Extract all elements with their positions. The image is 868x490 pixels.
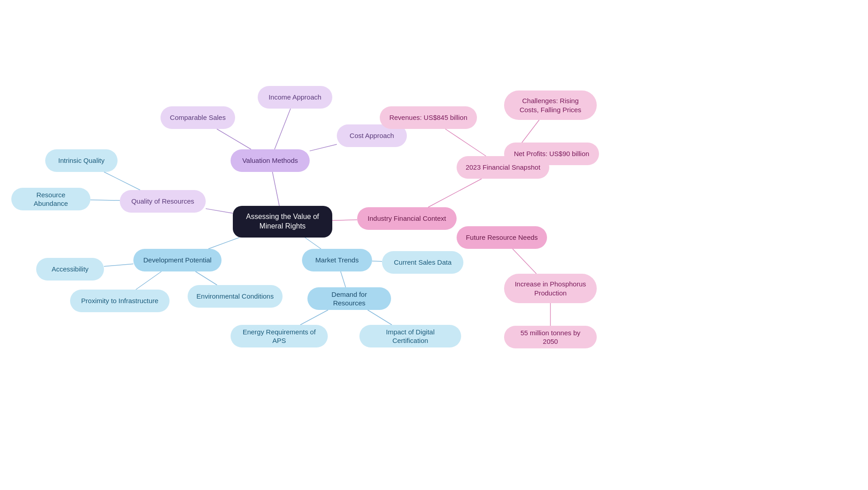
industry-financial-context-node: Industry Financial Context <box>357 207 457 230</box>
impact-digital-node: Impact of Digital Certification <box>359 325 461 347</box>
accessibility-node: Accessibility <box>36 258 104 281</box>
svg-line-10 <box>104 264 133 266</box>
revenues-node: Revenues: US$845 billion <box>380 106 477 129</box>
svg-line-23 <box>368 310 392 325</box>
svg-line-6 <box>90 200 120 200</box>
proximity-infrastructure-node: Proximity to Infrastructure <box>70 290 170 312</box>
comparable-sales-node: Comparable Sales <box>160 106 235 129</box>
challenges-node: Challenges: Rising Costs, Falling Prices <box>504 90 597 120</box>
svg-line-2 <box>208 238 239 249</box>
svg-line-22 <box>300 310 328 325</box>
svg-line-21 <box>340 271 345 287</box>
55-million-node: 55 million tonnes by 2050 <box>504 326 597 348</box>
future-resource-needs-node: Future Resource Needs <box>457 226 547 249</box>
svg-line-13 <box>428 179 481 207</box>
svg-line-0 <box>206 209 233 213</box>
development-potential-node: Development Potential <box>133 249 222 271</box>
svg-line-11 <box>136 271 161 290</box>
demand-for-resources-node: Demand for Resources <box>307 287 391 310</box>
resource-abundance-node: Resource Abundance <box>11 188 90 210</box>
svg-line-1 <box>273 172 279 206</box>
svg-line-7 <box>217 129 251 149</box>
svg-line-9 <box>310 144 337 151</box>
increase-phosphorus-node: Increase in Phosphorus Production <box>504 274 597 303</box>
svg-line-20 <box>372 261 382 262</box>
center-node: Assessing the Value of Mineral Rights <box>233 206 332 238</box>
valuation-methods-node: Valuation Methods <box>231 149 310 172</box>
svg-line-3 <box>332 220 357 220</box>
svg-line-14 <box>445 129 486 156</box>
intrinsic-quality-node: Intrinsic Quality <box>45 149 118 172</box>
net-profits-node: Net Profits: US$90 billion <box>504 143 599 165</box>
environmental-conditions-node: Environmental Conditions <box>188 285 283 308</box>
svg-line-4 <box>305 238 321 249</box>
income-approach-node: Income Approach <box>258 86 332 109</box>
current-sales-data-node: Current Sales Data <box>382 251 463 274</box>
quality-of-resources-node: Quality of Resources <box>120 190 206 213</box>
energy-requirements-node: Energy Requirements of APS <box>231 325 328 347</box>
svg-line-8 <box>274 109 290 149</box>
svg-line-12 <box>195 271 217 285</box>
svg-line-18 <box>513 249 537 274</box>
svg-line-5 <box>104 172 140 190</box>
market-trends-node: Market Trends <box>302 249 372 271</box>
